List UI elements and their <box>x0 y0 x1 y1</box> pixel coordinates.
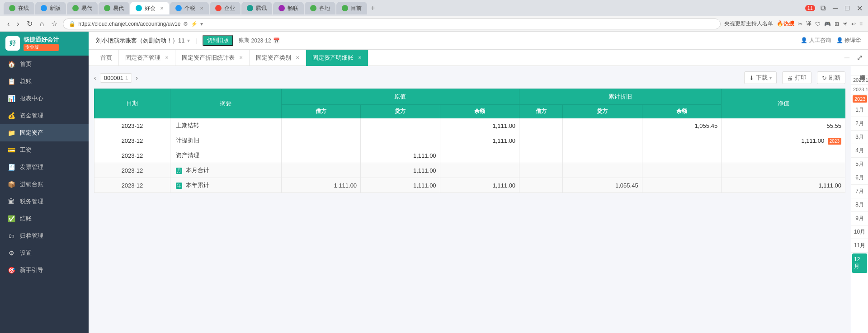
tab-close-icon[interactable]: ✕ <box>296 55 299 60</box>
maximize-button[interactable]: □ <box>843 4 851 12</box>
tab-xinban[interactable]: 新版 <box>35 2 66 14</box>
minimize-panel-button[interactable]: ─ <box>843 54 851 62</box>
tab-yidai1[interactable]: 易代 <box>67 2 98 14</box>
tab-geshui[interactable]: 个税 ✕ <box>170 2 209 14</box>
tab-gedi[interactable]: 各地 <box>305 2 335 14</box>
cell-orig-credit <box>361 118 440 133</box>
home-button[interactable]: ⌂ <box>38 20 46 28</box>
tab-label: 固定资产管理 <box>125 54 160 62</box>
assistant-button[interactable]: 👤 人工咨询 <box>801 37 830 44</box>
col-dep-credit: 贷方 <box>563 105 642 118</box>
tab-add-button[interactable]: + <box>368 4 377 12</box>
sidebar-item-archive[interactable]: 🗂 归档管理 <box>0 227 89 244</box>
tab-chang[interactable]: 畅联 <box>273 2 304 14</box>
sidebar-item-label: 进销台账 <box>20 180 43 188</box>
tab-close-active-icon[interactable]: ✕ <box>358 55 362 60</box>
tab-haohui[interactable]: 好会 ✕ <box>130 2 169 14</box>
period-item-1[interactable]: 1月 <box>851 103 868 117</box>
cell-dep-balance <box>642 178 722 193</box>
period-item-12[interactable]: 12月 <box>852 253 867 273</box>
tab-label: 腾讯 <box>256 5 267 12</box>
user-avatar[interactable]: 👤 徐译华 <box>836 37 861 44</box>
url-bar[interactable]: 🔒 https://cloud.chanjet.com/accounting/u… <box>63 19 721 29</box>
sidebar-item-settings[interactable]: ⚙ 设置 <box>0 244 89 262</box>
sidebar-item-ledger[interactable]: 📋 总账 <box>0 73 89 90</box>
sidebar-item-fixed-assets[interactable]: 📁 固定资产 <box>0 124 89 141</box>
period-item-8[interactable]: 8月 <box>851 198 868 212</box>
refresh-button[interactable]: ↻ 刷新 <box>817 71 845 84</box>
tab-close-icon[interactable]: ✕ <box>200 6 203 11</box>
main-content: 刘小艳演示账套（勿删勿动！）11 ▾ | 切到旧版 账期 2023-12 📅 👤… <box>89 32 868 333</box>
col-summary: 摘要 <box>170 89 281 118</box>
calendar-icon[interactable]: 📅 <box>273 38 280 44</box>
print-button[interactable]: 🖨 打印 <box>782 71 811 84</box>
sidebar-item-home[interactable]: 🏠 首页 <box>0 56 89 73</box>
tab-label: 各地 <box>319 5 330 12</box>
tab-close-icon[interactable]: ✕ <box>165 55 169 60</box>
tab-fixed-asset-detail[interactable]: 固定资产明细账 ✕ <box>306 50 368 66</box>
tax-icon: 🏛 <box>7 197 15 206</box>
cell-orig-debit <box>281 118 361 133</box>
tab-qiye[interactable]: 企业 <box>210 2 241 14</box>
bookmark-button[interactable]: ☆ <box>49 19 59 28</box>
sidebar-item-payroll[interactable]: 💳 工资 <box>0 141 89 159</box>
period-item-5[interactable]: 5月 <box>851 158 868 171</box>
sidebar-item-reports[interactable]: 📊 报表中心 <box>0 90 89 107</box>
prev-account-button[interactable]: ‹ <box>94 74 96 81</box>
tab-fixed-asset-category[interactable]: 固定资产类别 ✕ <box>250 50 306 66</box>
cell-dep-balance <box>642 163 722 178</box>
restore-window-button[interactable]: ⧉ <box>819 4 827 12</box>
game-icon: 🎮 <box>824 21 831 27</box>
minimize-button[interactable]: ─ <box>831 4 840 12</box>
tab-close-icon[interactable]: ✕ <box>160 6 164 11</box>
sidebar-item-funds[interactable]: 💰 资金管理 <box>0 107 89 124</box>
cell-net-value: 1,111.00 2023 <box>722 133 845 148</box>
sidebar-item-tax[interactable]: 🏛 税务管理 <box>0 193 89 210</box>
url-text: https://cloud.chanjet.com/accounting/uw1… <box>78 21 180 27</box>
expand-panel-button[interactable]: ⤢ <box>855 53 864 62</box>
print-label: 打印 <box>795 74 807 82</box>
sidebar-item-close[interactable]: ✅ 结账 <box>0 210 89 227</box>
reload-button[interactable]: ↻ <box>25 19 34 28</box>
tab-fixed-asset-mgmt[interactable]: 固定资产管理 ✕ <box>119 50 175 66</box>
period-item-11[interactable]: 11月 <box>851 239 868 253</box>
cell-dep-credit <box>563 133 642 148</box>
cell-dep-credit <box>563 118 642 133</box>
period-item-4[interactable]: 4月 <box>851 144 868 158</box>
translate-icon: 译 <box>806 20 811 28</box>
back-button[interactable]: ‹ <box>5 20 11 28</box>
home-icon: 🏠 <box>7 60 15 68</box>
period-item-7[interactable]: 7月 <box>851 185 868 198</box>
tab-yidai2[interactable]: 易代 <box>99 2 129 14</box>
tab-depreciation-stats[interactable]: 固定资产折旧统计表 ✕ <box>175 50 250 66</box>
close-window-button[interactable]: ✕ <box>855 4 864 13</box>
tab-tencent[interactable]: 腾讯 <box>241 2 272 14</box>
cell-dep-balance <box>642 148 722 163</box>
logo-title: 畅捷通好会计 <box>24 36 59 44</box>
switch-version-button[interactable]: 切到旧版 <box>203 35 233 46</box>
browser-nav-bar: ‹ › ↻ ⌂ ☆ 🔒 https://cloud.chanjet.com/ac… <box>0 16 868 32</box>
company-selector[interactable]: 刘小艳演示账套（勿删勿动！）11 ▾ <box>96 37 190 45</box>
sidebar-item-guide[interactable]: 🎯 新手引导 <box>0 262 89 279</box>
download-button[interactable]: ⬇ 下载 ▾ <box>744 71 777 84</box>
period-item-2[interactable]: 2月 <box>851 117 868 131</box>
sidebar-item-invoices[interactable]: 🧾 发票管理 <box>0 159 89 176</box>
period-item-10[interactable]: 10月 <box>851 225 868 239</box>
tab-home[interactable]: 首页 <box>94 50 119 66</box>
year-selector[interactable]: 2023 <box>851 94 868 103</box>
tab-zaixian[interactable]: 在线 <box>4 2 34 14</box>
tab-close-icon[interactable]: ✕ <box>239 55 243 60</box>
period-item-9[interactable]: 9月 <box>851 212 868 225</box>
summary-icon: 月 <box>176 168 182 174</box>
sidebar-item-purchases[interactable]: 📦 进销台账 <box>0 176 89 193</box>
tab-label: 企业 <box>224 5 235 12</box>
sidebar-item-label: 固定资产 <box>20 129 43 137</box>
period-item-3[interactable]: 3月 <box>851 131 868 144</box>
tab-muqian[interactable]: 目前 <box>336 2 367 14</box>
year-label[interactable]: 2023 <box>853 95 867 103</box>
period-item-6[interactable]: 6月 <box>851 171 868 185</box>
period-selector-header[interactable]: 期间选择 <box>851 66 868 75</box>
next-account-button[interactable]: › <box>136 74 138 81</box>
forward-button[interactable]: › <box>15 20 21 28</box>
hot-search[interactable]: 🔥热搜 <box>777 20 794 28</box>
